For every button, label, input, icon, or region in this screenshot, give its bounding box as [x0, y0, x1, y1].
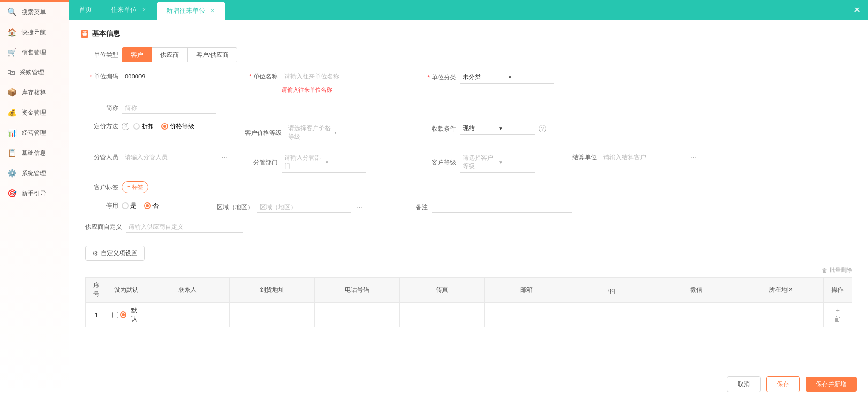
payment-terms-select[interactable]: 现结 ▼ — [460, 122, 535, 135]
unit-type-buttons: 客户 供应商 客户/供应商 — [122, 47, 237, 62]
radio-yes-circle — [122, 202, 129, 209]
cell-phone — [314, 303, 399, 327]
short-name-input[interactable] — [122, 102, 216, 114]
manager-label: 分管人员 — [85, 153, 118, 162]
col-contact: 联系人 — [145, 278, 230, 303]
customer-price-level-select[interactable]: 请选择客户价格等级 ▼ — [285, 122, 379, 143]
supplier-custom-group: 供应商自定义 — [85, 221, 852, 233]
radio-discount[interactable]: 折扣 — [133, 122, 154, 131]
settlement-label: 结算单位 — [564, 153, 597, 162]
unit-category-group: 单位分类 未分类 ▼ — [423, 71, 602, 84]
sidebar-item-operations[interactable]: 📊 经营管理 — [0, 123, 69, 143]
remark-input[interactable] — [432, 202, 572, 213]
window-close-button[interactable]: ✕ — [853, 5, 868, 15]
settlement-more-btn[interactable]: ··· — [689, 153, 699, 162]
pricing-help-icon[interactable]: ? — [122, 123, 129, 130]
unit-name-group: 单位名称 请输入往来单位名称 — [245, 71, 423, 94]
unit-name-input[interactable] — [282, 71, 399, 82]
form-section: 单位类型 客户 供应商 客户/供应商 单位编码 单位名称 — [81, 47, 857, 233]
unit-name-error: 请输入往来单位名称 — [282, 86, 332, 93]
radio-no-circle — [144, 202, 151, 209]
supplier-custom-input[interactable] — [126, 221, 243, 233]
region-more-btn[interactable]: ··· — [355, 203, 365, 211]
radio-discount-circle — [133, 123, 140, 130]
contact-input[interactable] — [153, 310, 221, 319]
customer-price-level-label: 客户价格等级 — [245, 129, 282, 137]
save-button[interactable]: 保存 — [766, 376, 800, 392]
tab-partner-close[interactable]: ✕ — [141, 6, 147, 14]
sidebar-item-purchase[interactable]: 🛍 采购管理 — [0, 62, 69, 82]
form-row-code-name-cat: 单位编码 单位名称 请输入往来单位名称 单位分类 未分类 — [85, 71, 852, 94]
cell-op: + 🗑 — [823, 303, 852, 327]
radio-disabled-yes[interactable]: 是 — [122, 202, 137, 210]
finance-icon: 💰 — [8, 108, 17, 117]
unit-category-label: 单位分类 — [423, 73, 456, 82]
dept-group: 分管部门 请输入分管部门 ▼ — [245, 152, 423, 173]
radio-disabled-no[interactable]: 否 — [144, 202, 159, 210]
unit-code-input[interactable] — [122, 71, 216, 82]
cancel-button[interactable]: 取消 — [727, 376, 761, 392]
row-delete-btn[interactable]: 🗑 — [832, 315, 843, 323]
sidebar-item-newbie[interactable]: 🎯 新手引导 — [0, 183, 69, 203]
sales-icon: 🛒 — [8, 48, 17, 57]
customer-price-level-group: 客户价格等级 请选择客户价格等级 ▼ — [245, 122, 423, 143]
qq-input[interactable] — [578, 310, 645, 319]
radio-price-level[interactable]: 价格等级 — [161, 122, 194, 131]
tab-new-partner-close[interactable]: ✕ — [209, 7, 216, 15]
custom-settings-button[interactable]: ⚙ 自定义项设置 — [85, 246, 145, 261]
tab-home[interactable]: 首页 — [69, 0, 101, 20]
save-new-button[interactable]: 保存并新增 — [806, 377, 857, 392]
manager-input[interactable] — [122, 152, 216, 163]
cell-qq — [569, 303, 654, 327]
chevron-down-icon: ▼ — [508, 75, 551, 80]
content-area: 基 基本信息 单位类型 客户 供应商 客户/供应商 单位编码 — [69, 20, 868, 372]
cell-region — [739, 303, 824, 327]
address-input[interactable] — [238, 310, 306, 319]
region-cell-input[interactable] — [747, 310, 815, 319]
type-btn-supplier[interactable]: 供应商 — [152, 47, 188, 62]
col-qq: qq — [569, 278, 654, 303]
sidebar-item-quicknav[interactable]: 🏠 快捷导航 — [0, 22, 69, 42]
gear-icon: ⚙ — [92, 250, 98, 257]
col-default: 设为默认 — [107, 278, 145, 303]
cell-default: 默认 — [107, 303, 145, 327]
tab-new-partner[interactable]: 新增往来单位 ✕ — [157, 2, 225, 20]
manager-more-btn[interactable]: ··· — [220, 153, 229, 162]
sidebar-item-label: 采购管理 — [20, 68, 44, 77]
sidebar-item-inventory[interactable]: 📦 库存核算 — [0, 82, 69, 102]
col-phone: 电话号码 — [314, 278, 399, 303]
type-btn-both[interactable]: 客户/供应商 — [188, 47, 237, 62]
sidebar-item-label: 快捷导航 — [22, 28, 46, 37]
phone-input[interactable] — [323, 310, 391, 319]
sidebar-item-finance[interactable]: 💰 资金管理 — [0, 102, 69, 123]
operations-icon: 📊 — [8, 128, 17, 137]
sidebar-item-sales[interactable]: 🛒 销售管理 — [0, 42, 69, 62]
row-checkbox[interactable] — [112, 312, 118, 318]
sidebar-item-system[interactable]: ⚙️ 系统管理 — [0, 163, 69, 183]
tag-add-button[interactable]: + 标签 — [122, 181, 148, 193]
batch-delete-button[interactable]: 🗑 批量删除 — [822, 266, 852, 274]
cell-wechat — [654, 303, 739, 327]
form-row-pricing: 定价方法 ? 折扣 价格等级 客户价格等级 — [85, 122, 852, 143]
payment-help-icon[interactable]: ? — [539, 125, 546, 132]
form-row-tags: 客户标签 + 标签 — [85, 181, 852, 193]
row-add-btn[interactable]: + — [834, 306, 841, 314]
settlement-input[interactable] — [601, 152, 685, 163]
tab-partner[interactable]: 往来单位 ✕ — [101, 0, 157, 20]
region-input[interactable] — [257, 202, 351, 213]
dept-select[interactable]: 请输入分管部门 ▼ — [282, 152, 366, 173]
type-btn-customer[interactable]: 客户 — [122, 47, 152, 62]
fax-input[interactable] — [408, 310, 476, 319]
wechat-input[interactable] — [662, 310, 730, 319]
col-op: 操作 — [823, 278, 852, 303]
sidebar-item-basic[interactable]: 📋 基础信息 — [0, 143, 69, 163]
row-default-radio[interactable]: 默认 — [120, 306, 140, 323]
pricing-label: 定价方法 — [85, 122, 118, 131]
sidebar-item-label: 销售管理 — [22, 48, 46, 57]
unit-category-select[interactable]: 未分类 ▼ — [460, 71, 554, 84]
customer-level-label: 客户等级 — [423, 158, 456, 167]
sidebar-item-search[interactable]: 🔍 搜索菜单 — [0, 2, 69, 22]
customer-level-select[interactable]: 请选择客户等级 ▼ — [460, 152, 535, 173]
email-input[interactable] — [493, 310, 561, 319]
pricing-method-group: 定价方法 ? 折扣 价格等级 — [85, 122, 245, 131]
